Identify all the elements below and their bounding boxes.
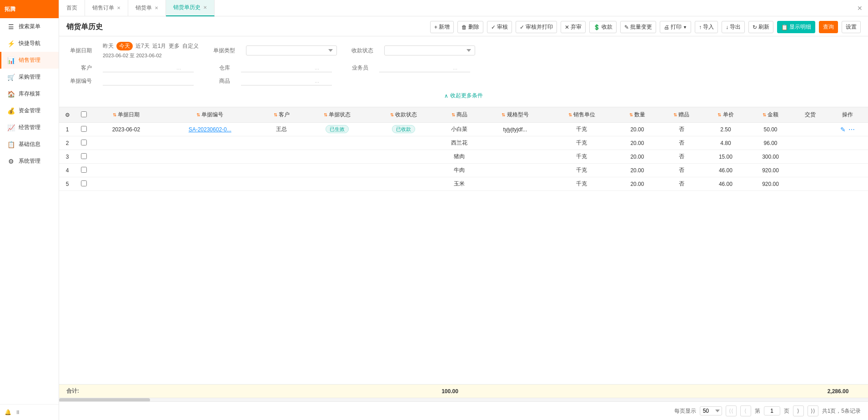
audit-print-button[interactable]: ✓ 审核并打印 [516,21,557,33]
page-size-select[interactable]: 50 10 20 100 [700,406,722,415]
sidebar-item-search-menu[interactable]: ☰ 搜索菜单 [0,18,59,35]
th-unit[interactable]: ⇅ 销售单位 [548,107,615,123]
tab-sales-goods-close[interactable]: ✕ [155,5,158,10]
sort-doc-status-icon: ⇅ [324,112,327,117]
filter-collapse-btn[interactable]: ∧ 收起更多条件 [444,92,483,100]
sidebar-item-system[interactable]: ⚙ 系统管理 [0,153,59,170]
sidebar-item-quick-nav[interactable]: ⚡ 快捷导航 [0,35,59,52]
sidebar-item-inventory[interactable]: 🏠 库存核算 [0,85,59,102]
window-close-button[interactable]: ✕ [855,4,864,13]
notification-icon[interactable]: 🔔 [5,409,11,415]
th-amount[interactable]: ⇅ 金额 [748,107,793,123]
tab-home[interactable]: 首页 [59,0,85,16]
shortcut-1month[interactable]: 近1月 [152,42,166,50]
row-checkbox[interactable] [81,140,87,145]
refresh-button[interactable]: ↻ 刷新 [748,21,773,33]
row-checkbox[interactable] [81,126,87,132]
th-checkbox[interactable] [75,107,92,123]
td-gift: 否 [659,164,703,177]
tab-sales-goods[interactable]: 销货单 ✕ [128,0,166,16]
purchase-mgmt-icon: 🛒 [7,74,15,81]
row-checkbox[interactable] [81,153,87,159]
sort-receive-status-icon: ⇅ [390,112,394,117]
th-qty[interactable]: ⇅ 数量 [615,107,659,123]
sort-goods-icon: ⇅ [452,112,455,117]
audit-label: 审核 [497,23,508,31]
td-checkbox[interactable] [75,123,92,136]
doc-no-link[interactable]: SA-20230602-0... [189,126,231,133]
edit-action-icon[interactable]: ✎ [840,126,846,133]
shortcut-custom[interactable]: 自定义 [182,42,199,50]
abandon-icon: ✕ [565,24,569,30]
show-detail-button[interactable]: 📋 显示明细 [777,21,815,33]
goods-dots[interactable]: ... [315,78,319,84]
row-checkbox[interactable] [81,167,87,173]
doc-no-input[interactable] [103,77,194,85]
td-doc-no[interactable]: SA-20230602-0... [161,123,260,136]
export-button[interactable]: ↓ 导出 [722,21,745,33]
import-button[interactable]: ↑ 导入 [695,21,718,33]
more-action-icon[interactable]: ⋯ [848,126,855,133]
page-input[interactable] [764,406,780,415]
customer-dots[interactable]: ... [176,65,181,71]
warehouse-input[interactable] [241,64,314,72]
basic-info-icon: 📋 [7,141,15,148]
td-goods: 猪肉 [437,150,482,164]
table-row: 2西兰花千克20.00否4.8096.00 [59,136,868,150]
td-checkbox[interactable] [75,177,92,191]
pause-icon[interactable]: ⏸ [15,409,20,415]
sidebar-item-purchase-mgmt[interactable]: 🛒 采购管理 [0,69,59,85]
td-checkbox[interactable] [75,164,92,177]
goods-input[interactable] [241,77,314,85]
customer-input[interactable] [103,64,176,72]
sidebar-item-operations[interactable]: 📈 经营管理 [0,119,59,136]
query-button[interactable]: 查询 [819,21,838,33]
th-spec[interactable]: ⇅ 规格型号 [482,107,549,123]
sidebar-item-sales-mgmt[interactable]: 📊 销售管理 [0,52,59,69]
sort-amount-icon: ⇅ [763,112,766,117]
delete-button[interactable]: 🗑 删除 [457,21,483,33]
th-gift[interactable]: ⇅ 赠品 [659,107,703,123]
page-first-button[interactable]: ⟨⟨ [726,405,737,416]
tab-sales-order[interactable]: 销售订单 ✕ [85,0,128,16]
sidebar-item-basic-info[interactable]: 📋 基础信息 [0,136,59,153]
page-last-button[interactable]: ⟩⟩ [808,405,818,416]
settings-button[interactable]: 设置 [842,21,861,33]
shortcut-7days[interactable]: 近7天 [135,42,150,50]
warehouse-dots[interactable]: ... [315,65,319,71]
sidebar-item-finance[interactable]: 💰 资金管理 [0,102,59,119]
th-receive-status[interactable]: ⇅ 收款状态 [370,107,437,123]
tab-sales-history-close[interactable]: ✕ [203,5,207,10]
batch-change-button[interactable]: ✎ 批量变更 [620,21,656,33]
th-settings[interactable]: ⚙ [59,107,75,123]
td-price: 15.00 [703,150,748,164]
th-doc-date[interactable]: ⇅ 单据日期 [92,107,161,123]
salesperson-input[interactable] [379,64,452,72]
shortcut-today[interactable]: 今天 [116,42,133,50]
th-doc-status[interactable]: ⇅ 单据状态 [304,107,371,123]
select-all-checkbox[interactable] [81,111,87,117]
shortcut-yesterday[interactable]: 昨天 [103,42,114,50]
print-label: 打印 [671,23,682,31]
row-checkbox[interactable] [81,180,87,186]
horizontal-scrollbar[interactable] [59,398,868,401]
collect-button[interactable]: 💲 收款 [589,21,617,33]
page-prev-button[interactable]: ⟨ [740,405,751,416]
td-checkbox[interactable] [75,136,92,150]
page-next-button[interactable]: ⟩ [793,405,804,416]
th-goods[interactable]: ⇅ 商品 [437,107,482,123]
new-button[interactable]: + 新增 [430,21,454,33]
th-customer[interactable]: ⇅ 客户 [260,107,304,123]
tab-sales-history[interactable]: 销货单历史 ✕ [166,0,215,16]
salesperson-dots[interactable]: ... [453,65,457,71]
receive-select[interactable] [384,45,475,55]
td-checkbox[interactable] [75,150,92,164]
audit-button[interactable]: ✓ 审核 [487,21,512,33]
tab-sales-order-close[interactable]: ✕ [117,5,120,10]
abandon-button[interactable]: ✕ 弃审 [561,21,586,33]
type-select[interactable] [246,45,337,55]
shortcut-more[interactable]: 更多 [169,42,180,50]
th-doc-no[interactable]: ⇅ 单据编号 [161,107,260,123]
th-price[interactable]: ⇅ 单价 [703,107,748,123]
print-button[interactable]: 🖨 打印 ▼ [660,21,691,33]
